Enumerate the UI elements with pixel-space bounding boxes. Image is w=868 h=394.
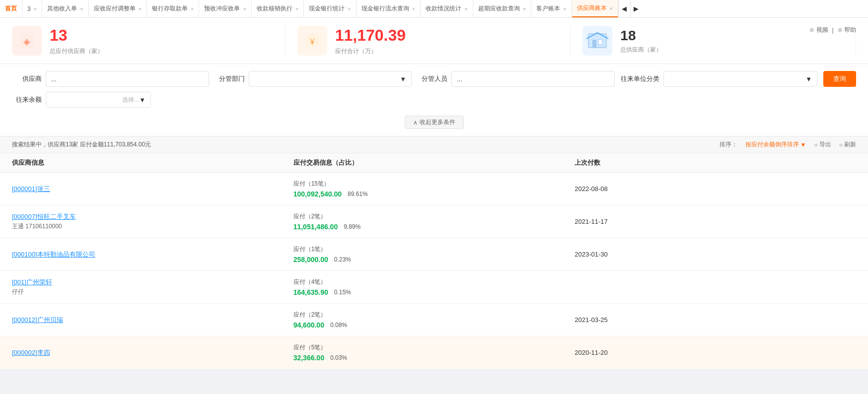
nav-tab-receipt-stat[interactable]: 收款情况统计 × [421, 0, 473, 17]
close-icon[interactable]: × [523, 6, 526, 12]
close-icon[interactable]: × [563, 6, 566, 12]
supplier-sub-2: 王通 17106110000 [12, 222, 293, 231]
table-row: [000007]恒旺二手叉车 王通 17106110000 应付（2笔） 11,… [0, 205, 868, 238]
tx-row-4: 164,635.90 0.15% [293, 288, 575, 296]
filter-supplier: 供应商 ... [12, 71, 209, 87]
table-row: [000001]张三 应付（15笔） 100,092,540.00 89.61%… [0, 173, 868, 205]
close-icon[interactable]: × [80, 6, 83, 12]
tx-percent-1: 89.61% [348, 191, 368, 197]
nav-tab-supplier-ledger[interactable]: 供应商账本 × [572, 0, 618, 17]
nav-left-arrow[interactable]: ◀ [618, 0, 630, 18]
collapse-icon: ∧ [413, 119, 418, 126]
total-supplier-label: 总供应商（家） [620, 46, 662, 54]
result-actions: 排序： 按应付余额倒序排序 ▼ ○ 导出 ○ 刷新 [720, 140, 856, 149]
dept-select[interactable]: ▼ [249, 71, 412, 87]
tx-row-2: 11,051,486.00 9.89% [293, 223, 575, 231]
svg-rect-6 [598, 40, 602, 45]
tx-amount-6[interactable]: 32,366.00 [293, 354, 324, 362]
supplier-input[interactable]: ... [46, 71, 209, 87]
tx-amount-5[interactable]: 94,600.00 [293, 321, 324, 329]
tx-cell-2: 应付（2笔） 11,051,486.00 9.89% [293, 212, 575, 231]
total-amount-value: 11,170.39 [335, 26, 406, 45]
video-icon: ⊙ [809, 26, 814, 33]
nav-tab-prepay[interactable]: 预收冲应收单 × [199, 0, 251, 17]
last-pay-1: 2022-08-08 [575, 185, 856, 193]
summary-payable-suppliers: ◈ 13 总应付供应商（家） [12, 26, 286, 56]
summary-total-amount: ¥ 11,170.39 应付合计（万） [286, 26, 571, 56]
query-button[interactable]: 查询 [823, 71, 856, 87]
tx-amount-4[interactable]: 164,635.90 [293, 288, 328, 296]
nav-tab-overdue-label: 超期应收款查询 [478, 4, 520, 13]
close-icon[interactable]: × [243, 6, 246, 12]
help-link[interactable]: ⊙ 帮助 [838, 26, 856, 34]
last-pay-3: 2023-01-30 [575, 251, 856, 258]
close-icon[interactable]: × [464, 6, 467, 12]
nav-tab-bank-label: 银行存取款单 [152, 4, 188, 13]
nav-tab-receipt[interactable]: 收款核销执行 × [252, 0, 304, 17]
col-last-pay: 上次付数 [575, 158, 856, 167]
supplier-link-1[interactable]: [000001]张三 [12, 185, 50, 193]
supplier-link-4[interactable]: [001]广州荣轩 [12, 278, 52, 286]
supplier-cell-1: [000001]张三 [12, 185, 293, 194]
category-select[interactable]: ▼ [663, 71, 818, 87]
total-supplier-count: 18 [620, 27, 662, 44]
refresh-button[interactable]: ○ 刷新 [839, 140, 856, 149]
table-row: [000002]李四 应付（5笔） 32,366.00 0.03% 2020-1… [0, 336, 868, 369]
nav-tab-prepay-label: 预收冲应收单 [204, 4, 240, 13]
nav-tab-bank[interactable]: 银行存取款单 × [147, 0, 199, 17]
table-header: 供应商信息 应付交易信息（占比） 上次付数 [0, 153, 868, 173]
supplier-link-6[interactable]: [000002]李四 [12, 349, 50, 356]
supplier-link-3[interactable]: [000100]本特勤油品有限公司 [12, 251, 95, 258]
last-pay-5: 2021-03-25 [575, 316, 856, 324]
filter-category: 往来单位分类 ▼ [621, 71, 818, 87]
sort-selector[interactable]: 按应付余额倒序排序 ▼ [745, 140, 806, 149]
nav-tab-customer-ledger[interactable]: 客户账本 × [531, 0, 572, 17]
last-pay-2: 2021-11-17 [575, 218, 856, 225]
close-icon[interactable]: × [139, 6, 142, 12]
nav-tab-adjustment-label: 应收应付调整单 [94, 4, 136, 13]
nav-right-arrow[interactable]: ▶ [630, 0, 642, 18]
supplier-cell-6: [000002]李四 [12, 348, 293, 357]
nav-tab-adjustment[interactable]: 应收应付调整单 × [89, 0, 147, 17]
close-icon[interactable]: × [610, 5, 613, 11]
person-dots: ... [457, 75, 462, 83]
tx-amount-3[interactable]: 258,000.00 [293, 256, 328, 263]
collapse-button[interactable]: ∧ 收起更多条件 [405, 116, 464, 129]
divider: | [832, 27, 834, 34]
nav-tab-3[interactable]: 3 × [22, 0, 42, 17]
balance-filter-label: 往来余额 [12, 95, 42, 104]
nav-tab-other-income[interactable]: 其他收入单 × [42, 0, 88, 17]
tx-row-5: 94,600.00 0.08% [293, 321, 575, 329]
person-input[interactable]: ... [451, 71, 615, 87]
nav-tab-supplier-ledger-label: 供应商账本 [577, 4, 607, 12]
tx-cell-1: 应付（15笔） 100,092,540.00 89.61% [293, 180, 575, 198]
total-supplier-info: 18 总供应商（家） [620, 27, 662, 55]
svg-text:¥: ¥ [309, 38, 314, 46]
close-icon[interactable]: × [348, 6, 351, 12]
total-amount-info: 11,170.39 应付合计（万） [335, 26, 406, 55]
close-icon[interactable]: × [34, 6, 37, 12]
tx-row-3: 258,000.00 0.23% [293, 256, 575, 263]
supplier-cell-4: [001]广州荣轩 仔仔 [12, 278, 293, 296]
balance-select[interactable]: 选择... ▼ [46, 92, 151, 108]
result-text: 搜索结果中，供应商13家 应付金额111,703,854.00元 [12, 140, 151, 149]
video-link[interactable]: ⊙ 视频 [809, 26, 828, 34]
tx-amount-1[interactable]: 100,092,540.00 [293, 190, 342, 198]
nav-tab-cash-flow[interactable]: 现金银行流水查询 × [357, 0, 421, 17]
export-button[interactable]: ○ 导出 [814, 140, 831, 149]
close-icon[interactable]: × [191, 6, 194, 12]
supplier-cell-2: [000007]恒旺二手叉车 王通 17106110000 [12, 212, 293, 231]
sort-label-prefix: 排序： [720, 140, 737, 149]
nav-tab-home[interactable]: 首页 [0, 0, 22, 17]
filter-area: 供应商 ... 分管部门 ▼ 分管人员 ... 往来单位分类 ▼ 查询 往来 [0, 64, 868, 136]
nav-tab-customer-ledger-label: 客户账本 [536, 4, 560, 13]
supplier-link-5[interactable]: [000012]广州贝瑞 [12, 316, 63, 324]
supplier-icon: ◈ [12, 26, 42, 56]
tx-amount-2[interactable]: 11,051,486.00 [293, 223, 338, 231]
close-icon[interactable]: × [412, 6, 415, 12]
nav-tab-overdue[interactable]: 超期应收款查询 × [473, 0, 531, 17]
money-icon: ¥ [297, 26, 327, 56]
close-icon[interactable]: × [295, 6, 298, 12]
supplier-link-2[interactable]: [000007]恒旺二手叉车 [12, 213, 76, 220]
nav-tab-cash-stat[interactable]: 现金银行统计 × [304, 0, 356, 17]
